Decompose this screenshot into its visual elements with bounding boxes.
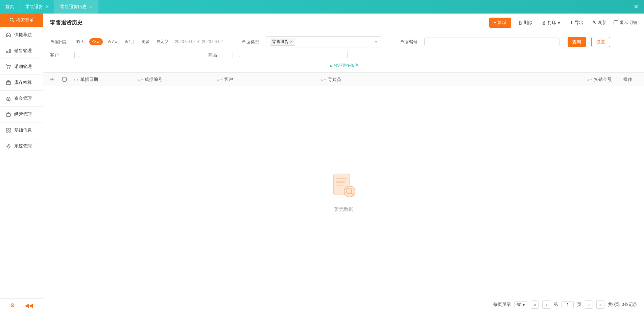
svg-point-17 <box>51 79 53 80</box>
refresh-label: 刷新 <box>598 20 607 26</box>
filter-row-1: 单据日期 昨天 今天 近7天 近1月 更多 自定义 2023-06-02 至 2… <box>50 36 637 47</box>
collapse-button[interactable]: ▲ 收起更多条件 <box>329 63 359 68</box>
lock-icon <box>5 95 11 102</box>
sidebar-item-system[interactable]: 系统管理 <box>0 138 43 154</box>
empty-state: 暂无数据 <box>43 86 644 297</box>
date-more[interactable]: 更多 <box>140 38 152 45</box>
svg-point-16 <box>8 146 9 147</box>
svg-rect-14 <box>6 131 8 132</box>
date-1month[interactable]: 近1月 <box>123 38 137 45</box>
delete-icon: 🗑 <box>518 20 522 25</box>
goods-filter-label: 商品 <box>208 52 227 58</box>
sidebar-item-purchase-label: 采购管理 <box>14 64 32 70</box>
gear-bottom-icon[interactable]: ⚙ <box>10 302 15 309</box>
svg-rect-11 <box>6 114 10 116</box>
empty-illustration <box>329 171 359 201</box>
page-suffix: 页 <box>577 302 581 308</box>
page-number-input[interactable] <box>562 301 574 308</box>
voucher-type-tag-value: 零售退货 <box>272 39 288 45</box>
sidebar-search[interactable]: 搜索菜单 <box>0 14 43 27</box>
voucher-no-input[interactable] <box>424 38 559 46</box>
sidebar-item-basic-info-label: 基础信息 <box>14 127 32 133</box>
svg-rect-7 <box>6 82 10 85</box>
tab-retail-return-history[interactable]: 零售退货历史 ✕ <box>55 0 98 14</box>
settings-filter-button[interactable]: 设置 <box>591 37 610 47</box>
goods-input[interactable]: ... <box>233 51 348 59</box>
select-all-checkbox[interactable] <box>62 77 67 82</box>
print-icon: 🖨 <box>542 20 546 25</box>
sort-amount-icon: ▲▼ <box>587 78 593 81</box>
page-size-select[interactable]: 50 ▾ <box>514 301 527 308</box>
svg-rect-19 <box>336 178 347 179</box>
grid-icon <box>5 127 11 133</box>
empty-text: 暂无数据 <box>334 206 353 213</box>
date-yesterday[interactable]: 昨天 <box>74 38 87 45</box>
sidebar-item-inventory-label: 库存核算 <box>14 80 32 86</box>
date-filter-label: 单据日期 <box>50 39 69 45</box>
volume-icon[interactable]: ◀◀ <box>25 302 33 309</box>
filter-row-2: 客户 ... 商品 ... <box>50 51 637 59</box>
top-bar-close[interactable]: ✕ <box>634 3 644 10</box>
query-button[interactable]: 查询 <box>568 37 586 47</box>
export-button[interactable]: ⬆ 导出 <box>567 18 586 27</box>
per-page-dropdown-icon: ▾ <box>523 302 525 307</box>
date-shortcuts: 昨天 今天 近7天 近1月 更多 自定义 2023-06-02 至 2023-0… <box>74 38 223 45</box>
table-header: ▲▼ 单据日期 ▲▼ 单据编号 ▲▼ 客户 ▲▼ 导购员 ▲▼ <box>43 73 644 86</box>
sidebar-item-purchase[interactable]: 采购管理 <box>0 59 43 75</box>
date-7days[interactable]: 近7天 <box>105 38 120 45</box>
tab-home[interactable]: 首页 <box>0 0 20 14</box>
svg-rect-20 <box>336 181 345 183</box>
col-checkbox[interactable] <box>58 77 70 82</box>
sidebar-item-finance[interactable]: 资金管理 <box>0 91 43 107</box>
col-settings[interactable] <box>46 77 58 82</box>
tab-retail-return[interactable]: 零售退货 ✕ <box>20 0 55 14</box>
cart-icon <box>5 64 11 70</box>
content-area: 零售退货历史 + 新增 🗑 删除 🖨 打印 ▾ ⬆ 导出 ↻ <box>43 14 644 312</box>
voucher-type-tag: 零售退货 ✕ <box>270 38 295 46</box>
col-date-label: 单据日期 <box>80 76 98 83</box>
sidebar-search-label: 搜索菜单 <box>16 17 34 23</box>
prev-page-button[interactable]: ‹ <box>542 300 550 309</box>
sidebar-item-sales[interactable]: 销售管理 <box>0 43 43 59</box>
sort-customer-icon: ▲▼ <box>217 78 223 81</box>
first-page-button[interactable]: « <box>531 300 539 309</box>
sidebar-item-sales-label: 销售管理 <box>14 48 32 54</box>
briefcase-icon <box>5 111 11 117</box>
sidebar-item-home[interactable]: 快捷导航 <box>0 27 43 43</box>
total-label: 共0页, 0条记录 <box>608 302 637 308</box>
export-icon: ⬆ <box>570 20 573 25</box>
sidebar-item-inventory[interactable]: 库存核算 <box>0 75 43 91</box>
sidebar-item-operation[interactable]: 经营管理 <box>0 107 43 122</box>
print-label: 打印 <box>548 20 556 26</box>
sort-voucher-icon: ▲▼ <box>138 78 144 81</box>
next-page-button[interactable]: › <box>585 300 593 309</box>
date-today[interactable]: 今天 <box>89 38 103 45</box>
date-range-display: 2023-06-02 至 2023-06-02 <box>175 39 222 45</box>
voucher-type-label: 单据类型 <box>242 39 261 45</box>
voucher-type-select[interactable]: 零售退货 ✕ ▾ <box>266 36 381 47</box>
last-page-button[interactable]: » <box>596 300 604 309</box>
export-label: 导出 <box>575 20 583 26</box>
date-custom[interactable]: 自定义 <box>154 38 171 45</box>
tab-bar: 首页 零售退货 ✕ 零售退货历史 ✕ <box>0 0 634 14</box>
print-button[interactable]: 🖨 打印 ▾ <box>539 18 563 27</box>
voucher-type-dropdown-icon: ▾ <box>375 39 377 44</box>
tab-home-label: 首页 <box>5 4 14 10</box>
refresh-button[interactable]: ↻ 刷新 <box>590 18 610 27</box>
per-page-value: 50 <box>517 302 521 307</box>
show-detail-checkbox[interactable] <box>614 20 618 25</box>
table-container: ▲▼ 单据日期 ▲▼ 单据编号 ▲▼ 客户 ▲▼ 导购员 ▲▼ <box>43 73 644 297</box>
customer-placeholder: ... <box>78 52 82 58</box>
sidebar-item-basic-info[interactable]: 基础信息 <box>0 122 43 138</box>
tab-retail-return-close[interactable]: ✕ <box>46 4 49 9</box>
show-detail-label: 显示明细 <box>620 20 637 26</box>
voucher-type-remove[interactable]: ✕ <box>290 40 293 44</box>
chart-icon <box>5 48 11 54</box>
customer-input[interactable]: ... <box>74 51 189 59</box>
tab-retail-return-history-close[interactable]: ✕ <box>89 4 93 9</box>
col-customer-label: 客户 <box>224 76 233 83</box>
svg-rect-15 <box>9 131 10 132</box>
new-button[interactable]: + 新增 <box>489 18 511 28</box>
pagination-bar: 每页显示 50 ▾ « ‹ 第 页 › » 共0页, 0条记录 <box>43 297 644 312</box>
delete-button[interactable]: 🗑 删除 <box>515 18 535 27</box>
